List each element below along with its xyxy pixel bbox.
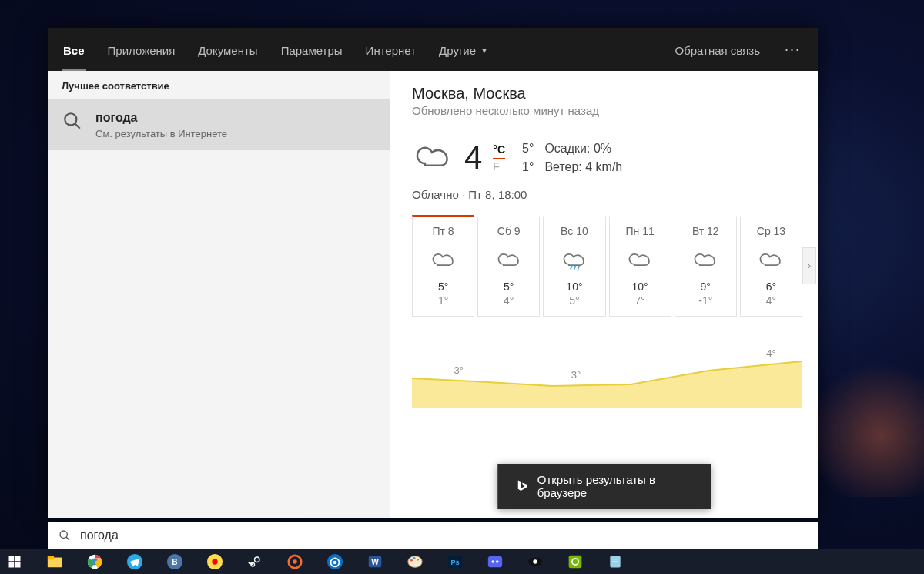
svg-point-34 bbox=[417, 559, 419, 561]
unit-toggle[interactable]: °C F bbox=[493, 143, 505, 173]
cloud-icon bbox=[413, 245, 474, 274]
search-tabs: Все Приложения Документы Параметры Интер… bbox=[48, 28, 818, 71]
svg-line-6 bbox=[66, 537, 69, 540]
telegram-icon[interactable] bbox=[125, 552, 145, 572]
svg-rect-10 bbox=[15, 562, 21, 568]
search-flyout: Все Приложения Документы Параметры Интер… bbox=[48, 28, 818, 518]
ubisoft-icon[interactable] bbox=[325, 552, 345, 572]
forecast-day: Сб 9 bbox=[478, 225, 539, 237]
forecast-lo: 5° bbox=[544, 294, 604, 307]
svg-point-0 bbox=[65, 113, 76, 125]
svg-point-41 bbox=[533, 559, 537, 564]
forecast-card[interactable]: Вт 12 9° -1° bbox=[675, 215, 737, 317]
temperature-sparkline: 3° 3° 4° bbox=[412, 347, 802, 408]
forecast-card[interactable]: Ср 13 6° 4° bbox=[740, 215, 802, 317]
svg-rect-42 bbox=[569, 556, 582, 569]
tab-feedback[interactable]: Обратная связь bbox=[673, 39, 762, 60]
more-actions-button[interactable]: ··· bbox=[782, 42, 804, 58]
steam-icon[interactable] bbox=[245, 552, 265, 572]
svg-point-38 bbox=[491, 560, 494, 563]
forecast-hi: 6° bbox=[741, 280, 802, 293]
cloud-icon bbox=[610, 245, 671, 274]
yandex-icon[interactable] bbox=[205, 552, 225, 572]
svg-line-4 bbox=[578, 266, 579, 269]
svg-point-19 bbox=[212, 559, 217, 564]
cloud-rain-icon bbox=[544, 245, 604, 274]
notes-icon[interactable] bbox=[605, 552, 625, 572]
forecast-card[interactable]: Сб 9 5° 4° bbox=[477, 215, 540, 317]
paint-icon[interactable] bbox=[405, 552, 425, 572]
svg-text:Ps: Ps bbox=[450, 559, 459, 566]
open-in-browser-button[interactable]: Открыть результаты в браузере bbox=[497, 464, 711, 509]
svg-rect-7 bbox=[9, 556, 15, 562]
discord-icon[interactable] bbox=[485, 552, 505, 572]
spark-label-left: 3° bbox=[454, 364, 464, 376]
best-match-header: Лучшее соответствие bbox=[48, 71, 390, 99]
cloud-icon bbox=[741, 245, 802, 274]
eye-icon[interactable] bbox=[525, 552, 545, 572]
high-temp: 5° bbox=[522, 139, 534, 158]
taskbar: B W Ps bbox=[0, 549, 924, 574]
unit-celsius[interactable]: °C bbox=[493, 143, 505, 159]
start-button[interactable] bbox=[5, 552, 25, 572]
tab-other[interactable]: Другие ▼ bbox=[437, 39, 490, 60]
search-icon bbox=[62, 110, 83, 132]
word-icon[interactable]: W bbox=[365, 552, 385, 572]
photoshop-icon[interactable]: Ps bbox=[445, 552, 465, 572]
search-input-value: погода bbox=[80, 529, 119, 542]
forecast-hi: 9° bbox=[675, 280, 736, 293]
svg-point-39 bbox=[496, 560, 499, 563]
svg-text:W: W bbox=[371, 558, 379, 566]
search-input-box[interactable]: погода bbox=[48, 522, 818, 549]
svg-point-28 bbox=[333, 561, 337, 565]
svg-rect-37 bbox=[488, 556, 502, 568]
weather-preview: Москва, Москва Обновлено несколько минут… bbox=[390, 71, 818, 518]
tab-all[interactable]: Все bbox=[62, 39, 86, 60]
cloud-icon bbox=[478, 245, 539, 274]
spark-label-mid: 3° bbox=[571, 369, 581, 381]
svg-rect-9 bbox=[9, 562, 15, 568]
chrome-icon[interactable] bbox=[85, 552, 105, 572]
svg-point-25 bbox=[293, 559, 297, 564]
forecast-lo: 4° bbox=[741, 294, 802, 307]
open-in-browser-label: Открыть результаты в браузере bbox=[537, 473, 695, 499]
forecast-hi: 10° bbox=[610, 280, 671, 293]
forecast-hi: 5° bbox=[413, 280, 474, 293]
current-temp: 4 bbox=[464, 142, 482, 174]
forecast-day: Ср 13 bbox=[741, 225, 802, 237]
forecast-card[interactable]: Пт 8 5° 1° bbox=[412, 215, 474, 317]
nvidia-icon[interactable] bbox=[565, 552, 585, 572]
origin-icon[interactable] bbox=[285, 552, 305, 572]
results-panel: Лучшее соответствие погода См. результат… bbox=[48, 71, 390, 518]
unit-fahrenheit[interactable]: F bbox=[493, 159, 505, 173]
low-temp: 1° bbox=[522, 158, 534, 176]
forecast-day: Вт 12 bbox=[675, 225, 736, 237]
vk-icon[interactable]: B bbox=[165, 552, 185, 572]
forecast-card[interactable]: Вс 10 10° 5° bbox=[543, 215, 605, 317]
file-explorer-icon[interactable] bbox=[45, 552, 65, 572]
forecast-day: Пт 8 bbox=[413, 225, 474, 237]
forecast-day: Пн 11 bbox=[610, 225, 671, 237]
svg-line-3 bbox=[574, 266, 575, 269]
best-match-result[interactable]: погода См. результаты в Интернете bbox=[48, 99, 390, 150]
spark-label-right: 4° bbox=[766, 347, 775, 359]
tab-documents[interactable]: Документы bbox=[196, 39, 259, 60]
tab-settings[interactable]: Параметры bbox=[280, 39, 344, 60]
cloud-icon bbox=[675, 245, 736, 274]
svg-line-2 bbox=[571, 266, 571, 269]
svg-point-33 bbox=[413, 557, 416, 559]
cloud-icon bbox=[412, 137, 454, 179]
tab-internet[interactable]: Интернет bbox=[364, 39, 417, 60]
precip-label: Осадки: 0% bbox=[544, 139, 622, 158]
forecast-hi: 5° bbox=[478, 280, 539, 293]
svg-point-32 bbox=[410, 559, 413, 562]
text-caret bbox=[129, 529, 129, 542]
forecast-card[interactable]: Пн 11 10° 7° bbox=[609, 215, 671, 317]
atmospheric: Осадки: 0% Ветер: 4 km/h bbox=[544, 139, 622, 176]
tab-apps[interactable]: Приложения bbox=[106, 39, 177, 60]
forecast-next-button[interactable]: › bbox=[802, 247, 816, 284]
result-subtitle: См. результаты в Интернете bbox=[95, 128, 227, 139]
forecast-lo: 4° bbox=[478, 294, 539, 307]
forecast-lo: 7° bbox=[610, 294, 671, 307]
chevron-down-icon: ▼ bbox=[480, 46, 488, 55]
